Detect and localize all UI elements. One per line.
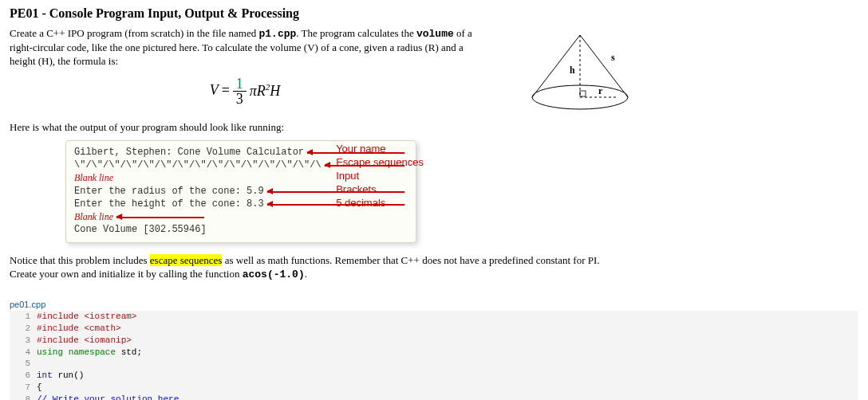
callout-decimals: 5 decimals (336, 197, 424, 210)
cone-label-s: s (611, 52, 615, 63)
arrow-icon (116, 217, 204, 218)
filename-inline: p1.cpp (258, 28, 296, 40)
cone-diagram: h r s (504, 27, 656, 118)
output-line-name: Gilbert, Stephen: Cone Volume Calculator (74, 146, 304, 159)
formula-H: H (270, 83, 280, 99)
formula-lhs: V (210, 81, 219, 100)
output-line-radius: Enter the radius of the cone: 5.9 (74, 185, 264, 198)
svg-rect-3 (580, 91, 586, 96)
code-line: 5 (10, 358, 858, 370)
code-line: 4using namespace std; (10, 347, 858, 359)
intro-text: . The program calculates the (296, 27, 416, 39)
output-line-height: Enter the height of the cone: 8.3 (74, 198, 264, 210)
page-title: PE01 - Console Program Input, Output & P… (10, 6, 858, 21)
code-line: 6int run() (10, 370, 858, 382)
notice-paragraph: Notice that this problem includes escape… (10, 254, 600, 282)
highlight-escape-sequences: escape sequences (150, 254, 223, 266)
code-file-tab: pe01.cpp (10, 300, 858, 309)
intro-text: Create a C++ IPO program (from scratch) … (10, 27, 258, 39)
blank-line-label: Blank line (74, 171, 113, 184)
blank-line-label: Blank line (74, 210, 113, 223)
callout-input: Input (336, 170, 424, 183)
cone-label-r: r (598, 85, 603, 96)
formula: V = 1 3 πR2H (10, 76, 480, 106)
code-line: 3#include <iomanip> (10, 335, 858, 347)
acos-function: acos(-1.0) (243, 269, 305, 280)
code-line: 7{ (10, 382, 858, 394)
code-line: 1#include <iostream> (10, 311, 858, 323)
code-listing: 1#include <iostream>2#include <cmath>3#i… (10, 311, 858, 400)
formula-piR: πR (250, 83, 266, 99)
callout-your-name: Your name (336, 143, 424, 156)
run-caption: Here is what the output of your program … (10, 121, 858, 134)
intro-paragraph: Create a C++ IPO program (from scratch) … (10, 27, 480, 117)
formula-eq: = (222, 81, 230, 100)
formula-fraction: 1 3 (233, 76, 247, 106)
code-line: 8// Write your solution here (10, 394, 858, 400)
output-line-escapes: \"/\"/\"/\"/\"/\"/\"/\"/\"/\"/\"/\"/\"/\… (74, 159, 322, 171)
cone-label-h: h (570, 65, 575, 76)
volume-word: volume (416, 28, 454, 40)
callout-brackets: Brackets (336, 183, 424, 197)
callout-labels: Your name Escape sequences Input Bracket… (336, 143, 424, 210)
output-line-result: Cone Volume [302.55946] (74, 223, 207, 236)
sample-output-box: Gilbert, Stephen: Cone Volume Calculator… (65, 140, 416, 243)
code-line: 2#include <cmath> (10, 323, 858, 335)
callout-escape: Escape sequences (336, 156, 424, 170)
